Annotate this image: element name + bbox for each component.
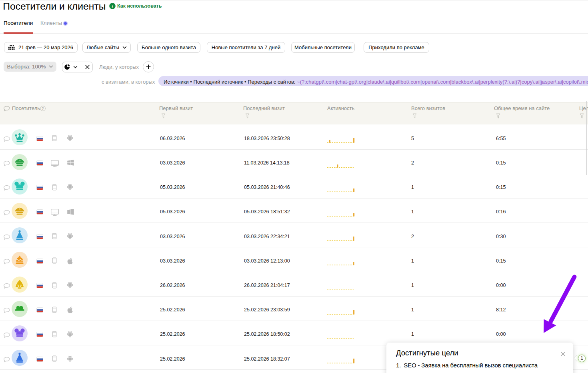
- svg-text:i: i: [112, 4, 113, 8]
- svg-text:?: ?: [42, 106, 44, 110]
